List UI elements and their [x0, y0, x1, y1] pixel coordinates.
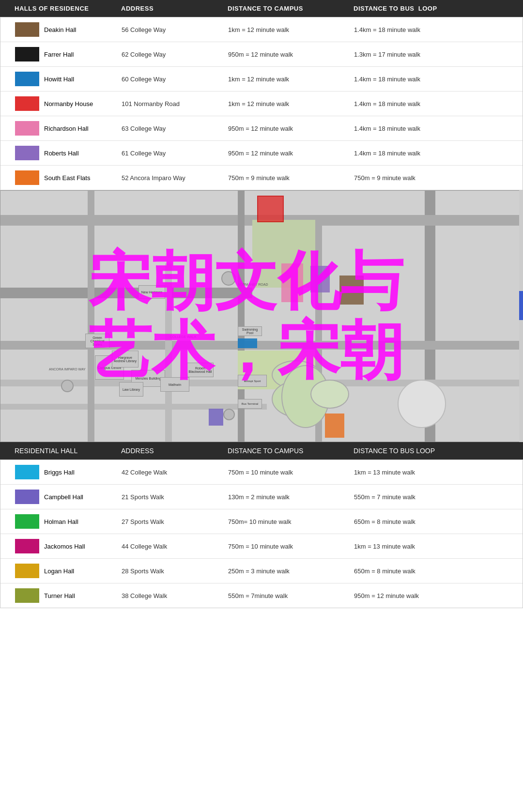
building-law-library: Law Library: [119, 382, 143, 397]
residential-hall-cell: Holman Hall: [15, 514, 122, 529]
residential-address-cell: 42 College Walk: [122, 469, 228, 476]
roberts-marker: [310, 266, 330, 292]
hall-name: Roberts Hall: [44, 150, 79, 157]
hall-name: South East Flats: [44, 174, 90, 182]
campus-map: Campus Centre Menzies Building Mathwin H…: [0, 190, 523, 442]
table-row: Richardson Hall 63 College Way 950m = 12…: [0, 116, 523, 141]
baseball: [310, 380, 349, 409]
table-row: Briggs Hall 42 College Walk 750m = 10 mi…: [0, 460, 523, 485]
residential-distance-bus-cell: 1km = 13 minute walk: [354, 543, 480, 550]
hall-cell: South East Flats: [15, 170, 122, 185]
table-row: Turner Hall 38 College Walk 550m = 7minu…: [0, 583, 523, 608]
residential-color-swatch: [15, 514, 39, 529]
residential-color-swatch: [15, 539, 39, 553]
residential-hall-name: Logan Hall: [44, 567, 74, 575]
table-row: Jackomos Hall 44 College Walk 750m = 10 …: [0, 534, 523, 559]
table-row: South East Flats 52 Ancora Imparo Way 75…: [0, 166, 523, 190]
address-cell: 52 Ancora Imparo Way: [122, 174, 228, 182]
residential-distance-bus-cell: 650m = 8 minute walk: [354, 567, 480, 575]
residential-hall-cell: Briggs Hall: [15, 465, 122, 479]
normanby-marker: [257, 196, 284, 222]
residential-distance-campus-cell: 750m = 10 minute walk: [228, 469, 354, 476]
map-background: Campus Centre Menzies Building Mathwin H…: [0, 191, 523, 442]
building-new-horizons: New Horizons: [138, 285, 165, 299]
residential-col2-header: ADDRESS: [121, 447, 228, 455]
residential-address-cell: 38 College Walk: [122, 592, 228, 599]
table-row: Logan Hall 28 Sports Walk 250m = 3 minut…: [0, 559, 523, 583]
hall-name: Howitt Hall: [44, 76, 74, 83]
map-label-normanby-road: NORMANBY ROAD: [238, 283, 268, 286]
table-row: Holman Hall 27 Sports Walk 750m= 10 minu…: [0, 509, 523, 534]
residential-distance-bus-cell: 1km = 13 minute walk: [354, 469, 480, 476]
distance-bus-cell: 1.3km = 17 minute walk: [354, 51, 480, 58]
residential-col1-header: RESIDENTIAL HALL: [15, 447, 121, 455]
residential-hall-name: Turner Hall: [44, 592, 75, 599]
halls-col2-header: ADDRESS: [121, 5, 228, 12]
residential-distance-campus-cell: 750m= 10 minute walk: [228, 518, 354, 525]
table-row: Farrer Hall 62 College Way 950m = 12 min…: [0, 42, 523, 67]
map-label-college-walk: COLLEGE WALK: [170, 335, 197, 338]
table-row: Normanby House 101 Normanby Road 1km = 1…: [0, 92, 523, 116]
hall-cell: Normanby House: [15, 96, 122, 111]
residential-address-cell: 27 Sports Walk: [122, 518, 228, 525]
howitt-marker: [238, 338, 257, 348]
distance-campus-cell: 750m = 9 minute walk: [228, 174, 354, 182]
scrollbar[interactable]: [519, 190, 523, 442]
residential-hall-cell: Turner Hall: [15, 588, 122, 603]
address-cell: 101 Normanby Road: [122, 100, 228, 107]
hall-color-swatch: [15, 22, 39, 37]
residential-distance-campus-cell: 750m = 10 minute walk: [228, 543, 354, 550]
roundabout-left: [61, 380, 74, 392]
table-row: Deakin Hall 56 College Way 1km = 12 minu…: [0, 17, 523, 42]
halls-col1-header: HALLS OF RESIDENCE: [15, 5, 121, 12]
halls-col4-header: DISTANCE TO BUS LOOP: [354, 5, 479, 12]
map-label-ancora: ANCORA IMPARO WAY: [49, 368, 86, 371]
hall-color-swatch: [15, 170, 39, 185]
distance-campus-cell: 1km = 12 minute walk: [228, 100, 354, 107]
hall-cell: Roberts Hall: [15, 146, 122, 160]
residential-color-swatch: [15, 588, 39, 603]
residential-address-cell: 44 College Walk: [122, 543, 228, 550]
residential-col3-header: DISTANCE TO CAMPUS: [228, 447, 354, 455]
residential-color-swatch: [15, 465, 39, 479]
hall-color-swatch: [15, 72, 39, 86]
bus-terminal: Bus Terminal: [238, 399, 262, 409]
address-cell: 63 College Way: [122, 125, 228, 132]
building-robert-blackwood: Robert Blackwood Hall: [187, 363, 214, 377]
halls-section: HALLS OF RESIDENCE ADDRESS DISTANCE TO C…: [0, 0, 523, 190]
distance-campus-cell: 950m = 12 minute walk: [228, 150, 354, 157]
distance-campus-cell: 1km = 12 minute walk: [228, 26, 354, 33]
scrollbar-thumb[interactable]: [519, 291, 523, 320]
southeast-marker: [325, 414, 344, 438]
road-vert-mid: [165, 263, 172, 442]
residential-header: RESIDENTIAL HALL ADDRESS DISTANCE TO CAM…: [0, 442, 523, 460]
hall-cell: Farrer Hall: [15, 47, 122, 61]
residential-section: RESIDENTIAL HALL ADDRESS DISTANCE TO CAM…: [0, 442, 523, 608]
roundabout-top: [221, 271, 236, 286]
residential-hall-name: Holman Hall: [44, 518, 78, 525]
halls-table: Deakin Hall 56 College Way 1km = 12 minu…: [0, 17, 523, 190]
residential-color-swatch: [15, 490, 39, 504]
residential-hall-name: Briggs Hall: [44, 469, 75, 476]
table-row: Howitt Hall 60 College Way 1km = 12 minu…: [0, 67, 523, 92]
table-row: Roberts Hall 61 College Way 950m = 12 mi…: [0, 141, 523, 166]
distance-bus-cell: 1.4km = 18 minute walk: [354, 76, 480, 83]
deakin-marker: [339, 276, 364, 305]
table-row: Campbell Hall 21 Sports Walk 130m = 2 mi…: [0, 485, 523, 509]
distance-campus-cell: 1km = 12 minute walk: [228, 76, 354, 83]
campbell-marker: [209, 409, 223, 426]
building-green-chemical: Green Chemical Suites: [85, 334, 109, 348]
distance-bus-cell: 1.4km = 18 minute walk: [354, 100, 480, 107]
hall-name: Farrer Hall: [44, 51, 74, 58]
residential-distance-bus-cell: 950m = 12 minute walk: [354, 592, 480, 599]
hall-color-swatch: [15, 121, 39, 136]
hall-name: Deakin Hall: [44, 26, 76, 33]
hall-cell: Deakin Hall: [15, 22, 122, 37]
hall-color-swatch: [15, 146, 39, 160]
road-vert-left: [88, 191, 94, 442]
hall-color-swatch: [15, 96, 39, 111]
address-cell: 61 College Way: [122, 150, 228, 157]
residential-color-swatch: [15, 564, 39, 578]
hall-cell: Howitt Hall: [15, 72, 122, 86]
building-swimming-pool: Swimming Pool: [238, 326, 262, 336]
